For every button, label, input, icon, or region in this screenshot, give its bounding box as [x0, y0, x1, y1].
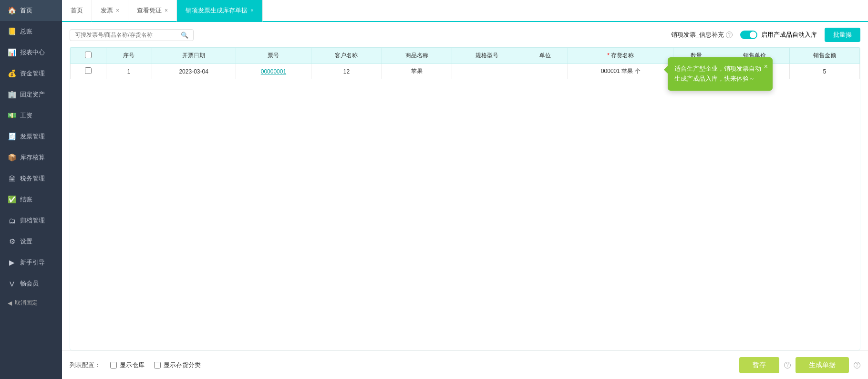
bottom-bar: 列表配置： 显示仓库 显示存货分类 暂存 ? 生成单据 ?: [62, 350, 868, 379]
col-seq: 序号: [106, 48, 152, 64]
funds-icon: 💰: [8, 69, 16, 78]
generate-button[interactable]: 生成单据: [796, 357, 849, 373]
row-ticket-no[interactable]: 00000001: [236, 64, 311, 79]
ticket-link[interactable]: 00000001: [261, 68, 286, 75]
sidebar: 🏠 首页 📒 总账 📊 报表中心 💰 资金管理 🏢 固定资产 💵 工资 🧾 发票…: [0, 0, 62, 379]
tooltip-popup: × 适合生产型企业，销项发票自动生成产成品入库，快来体验～: [668, 57, 773, 91]
row-amount: 5: [789, 64, 859, 79]
sidebar-item-inventory[interactable]: 📦 库存核算: [0, 147, 62, 168]
sidebar-item-settings[interactable]: ⚙ 设置: [0, 231, 62, 252]
sidebar-item-tax[interactable]: 🏛 税务管理: [0, 168, 62, 189]
toggle-area: 启用产成品自动入库: [740, 31, 817, 39]
fixed-assets-icon: 🏢: [8, 90, 16, 99]
row-date: 2023-03-04: [152, 64, 236, 79]
inventory-icon: 📦: [8, 153, 16, 162]
sidebar-item-membership[interactable]: V 畅会员: [0, 273, 62, 294]
search-box[interactable]: 🔍: [70, 29, 194, 41]
row-spec: [452, 64, 522, 79]
save-help-icon[interactable]: ?: [784, 362, 791, 368]
col-spec: 规格型号: [452, 48, 522, 64]
tab-voucher-close[interactable]: ×: [165, 7, 168, 14]
tab-invoice-close[interactable]: ×: [116, 7, 119, 14]
sidebar-item-ledger[interactable]: 📒 总账: [0, 21, 62, 42]
invoice-icon: 🧾: [8, 132, 16, 141]
info-label: 销项发票_信息补充 ?: [671, 31, 733, 39]
sidebar-item-guide[interactable]: ▶ 新手引导: [0, 252, 62, 273]
list-config-label: 列表配置：: [70, 361, 101, 369]
row-unit: [522, 64, 568, 79]
tab-generate-inventory[interactable]: 销项发票生成库存单据 ×: [177, 0, 263, 21]
tooltip-arrow: [664, 66, 668, 74]
table-container: 序号 开票日期 票号 客户名称 商品名称 规格型号 单位 * 存货名称 数量 销…: [70, 47, 860, 350]
row-customer: 12: [311, 64, 382, 79]
row-inventory: 000001 苹果 个: [568, 64, 673, 79]
guide-icon: ▶: [8, 258, 16, 267]
tab-voucher[interactable]: 查看凭证 ×: [128, 0, 177, 21]
tooltip-close-button[interactable]: ×: [764, 61, 768, 72]
settings-icon: ⚙: [8, 237, 16, 246]
select-all-checkbox[interactable]: [85, 52, 92, 58]
toolbar: 🔍 销项发票_信息补充 ? 启用产成品自动入库 批量操: [70, 28, 860, 42]
sidebar-item-closing[interactable]: ✅ 结账: [0, 189, 62, 210]
col-customer: 客户名称: [311, 48, 382, 64]
closing-icon: ✅: [8, 195, 16, 204]
generate-help-icon[interactable]: ?: [854, 362, 860, 368]
tax-icon: 🏛: [8, 175, 16, 183]
sidebar-item-payroll[interactable]: 💵 工资: [0, 105, 62, 126]
payroll-icon: 💵: [8, 111, 16, 120]
search-input[interactable]: [75, 32, 178, 38]
save-button[interactable]: 暂存: [739, 357, 779, 373]
show-warehouse-checkbox[interactable]: [110, 362, 117, 368]
row-checkbox-cell: [71, 64, 106, 79]
tab-invoice[interactable]: 发票 ×: [92, 0, 128, 21]
membership-icon: V: [8, 280, 16, 288]
sidebar-item-fixed-assets[interactable]: 🏢 固定资产: [0, 84, 62, 105]
col-checkbox: [71, 48, 106, 64]
show-inventory-category-option: 显示存货分类: [154, 361, 201, 369]
sidebar-item-invoice-mgmt[interactable]: 🧾 发票管理: [0, 126, 62, 147]
sidebar-item-reports[interactable]: 📊 报表中心: [0, 42, 62, 63]
ledger-icon: 📒: [8, 27, 16, 36]
col-unit: 单位: [522, 48, 568, 64]
col-date: 开票日期: [152, 48, 236, 64]
sidebar-item-archive[interactable]: 🗂 归档管理: [0, 210, 62, 231]
row-goods: 苹果: [382, 64, 452, 79]
col-inventory: * 存货名称: [568, 48, 673, 64]
row-seq: 1: [106, 64, 152, 79]
sidebar-item-home[interactable]: 🏠 首页: [0, 0, 62, 21]
sidebar-item-funds[interactable]: 💰 资金管理: [0, 63, 62, 84]
col-ticket-no: 票号: [236, 48, 311, 64]
auto-stock-toggle[interactable]: [740, 31, 757, 39]
batch-button[interactable]: 批量操: [825, 28, 860, 42]
unpin-button[interactable]: ◀ 取消固定: [0, 294, 62, 312]
col-amount: 销售金额: [789, 48, 859, 64]
info-help-icon[interactable]: ?: [726, 32, 733, 38]
home-icon: 🏠: [8, 6, 16, 15]
reports-icon: 📊: [8, 48, 16, 57]
col-goods: 商品名称: [382, 48, 452, 64]
tab-generate-inventory-close[interactable]: ×: [250, 7, 254, 14]
tab-bar: 首页 发票 × 查看凭证 × 销项发票生成库存单据 ×: [62, 0, 868, 22]
row-checkbox[interactable]: [85, 67, 92, 74]
bottom-right: 暂存 ? 生成单据 ?: [739, 357, 860, 373]
search-icon: 🔍: [181, 32, 188, 39]
pin-icon: ◀: [8, 300, 12, 306]
show-warehouse-option: 显示仓库: [110, 361, 145, 369]
archive-icon: 🗂: [8, 217, 16, 225]
tab-home[interactable]: 首页: [62, 0, 92, 21]
toolbar-right: 销项发票_信息补充 ? 启用产成品自动入库 批量操: [671, 28, 860, 42]
show-inventory-category-checkbox[interactable]: [154, 362, 161, 368]
